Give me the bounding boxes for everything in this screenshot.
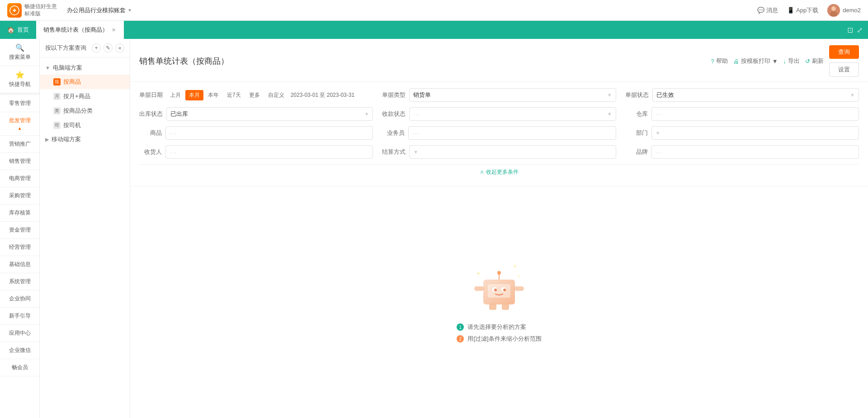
filter-label-payment: 结算方式 [382,148,406,156]
dots-icon: ··· [170,149,177,156]
query-button[interactable]: 查询 [829,45,859,59]
sidebar-item-retail[interactable]: 零售管理 [0,95,39,112]
filter-field-date: 单据日期 上月 本月 本年 近7天 更多 自定义 2023-03-01 至 20… [139,88,373,102]
sidebar-item-app-center[interactable]: 应用中心 [0,325,39,342]
page-title-actions: ? 帮助 🖨 按模板打印 ▼ ↓ 导出 ↺ 刷新 [711,45,859,77]
brand-select[interactable]: ··· [651,145,859,159]
chevron-down-icon: ▼ [607,92,612,98]
collapse-panel-button[interactable]: « [115,43,124,52]
date-tab-current-year[interactable]: 本年 [204,90,222,100]
product-select[interactable]: ··· [165,126,373,140]
empty-text-list: 1 请先选择要分析的方案 2 用[过滤]条件来缩小分析范围 [457,323,541,343]
sidebar-item-operations[interactable]: 经营管理 [0,239,39,256]
help-button[interactable]: ? 帮助 [711,57,727,65]
filter-label-collect-status: 收款状态 [382,110,406,118]
filter-field-product: 商品 ··· [139,126,373,140]
date-tab-custom[interactable]: 自定义 [264,90,288,100]
app-download-button[interactable]: 📱 App下载 [787,6,818,14]
chevron-down-icon: ▼ [850,92,855,98]
tab-maximize-button[interactable]: ⤢ [857,26,863,34]
page-title-bar: 销售单统计表（按商品） ? 帮助 🖨 按模板打印 ▼ ↓ 导出 [130,39,868,82]
date-tab-last-month[interactable]: 上月 [166,90,184,100]
warehouse-select[interactable]: ··· [651,107,859,121]
sidebar-item-inventory[interactable]: 库存核算 [0,204,39,222]
main-layout: 🔍 搜索菜单 ⭐ 快捷导航 零售管理 批发管理 ▲ 营销推广 销售管理 电商管理… [0,39,868,418]
tab-home[interactable]: 🏠 首页 [0,21,36,39]
payment-method-select[interactable]: ▼ [409,145,616,159]
tab-minimize-button[interactable]: ⊡ [847,26,853,34]
date-filter-control: 上月 本月 本年 近7天 更多 自定义 2023-03-01 至 2023-03… [166,90,373,100]
department-select[interactable]: ▼ [651,126,859,140]
doc-type-select[interactable]: 销货单 ▼ [409,88,616,102]
date-tab-current-month[interactable]: 本月 [185,90,203,100]
filter-field-doc-status: 单据状态 已生效 ▼ [625,88,859,102]
empty-tip-2: 2 用[过滤]条件来缩小分析范围 [457,335,541,343]
filter-row-1: 单据日期 上月 本月 本年 近7天 更多 自定义 2023-03-01 至 20… [139,88,859,102]
page-title: 销售单统计表（按商品） [139,56,229,66]
sidebar-item-marketing[interactable]: 营销推广 [0,136,39,153]
sidebar-item-system[interactable]: 系统管理 [0,273,39,290]
date-tab-more[interactable]: 更多 [245,90,264,100]
print-button[interactable]: 🖨 按模板打印 ▼ [733,57,778,65]
refresh-button[interactable]: ↺ 刷新 [805,57,824,65]
tree-item-by-month-product[interactable]: 月 按月+商品 [40,89,130,104]
collect-status-select[interactable]: ··· ▼ [409,107,616,121]
sidebar-item-sales[interactable]: 销售管理 [0,153,39,170]
settings-button[interactable]: 设置 [829,62,859,77]
message-button[interactable]: 💬 消息 [757,6,778,14]
dots-icon: ··· [412,130,420,137]
user-avatar-button[interactable]: demo2 [827,4,861,17]
chevron-down-icon: ▼ [127,8,132,13]
doc-status-select[interactable]: 已生效 ▼ [652,88,859,102]
action-btns-right: 查询 设置 [829,45,859,77]
out-status-select[interactable]: 已出库 ▼ [166,107,373,121]
sidebar-item-ecommerce[interactable]: 电商管理 [0,170,39,187]
date-tab-last7days[interactable]: 近7天 [223,90,245,100]
bullet-2: 2 [457,335,464,342]
tree-group-pc-header[interactable]: ▼ 电脑端方案 [40,61,130,75]
export-button[interactable]: ↓ 导出 [783,57,800,65]
receiver-select[interactable]: ··· [165,145,373,159]
out-status-value: 已出库 [170,110,188,118]
tree-item-by-product-category[interactable]: 类 按商品分类 [40,104,130,118]
tab-report[interactable]: 销售单统计表（按商品） ✕ [36,21,124,39]
date-tabs: 上月 本月 本年 近7天 更多 自定义 [166,90,288,100]
dots-icon: ··· [170,130,177,137]
chevron-down-icon: ▼ [45,65,50,71]
empty-illustration: ✦ ✦ ✦ [472,261,526,316]
svg-rect-14 [489,304,496,310]
tree-item-by-cashier[interactable]: 司 按司机 [40,118,130,133]
filter-field-brand: 品牌 ··· [625,145,859,159]
sidebar-item-wechat[interactable]: 企业微信 [0,342,39,359]
sidebar-item-guide[interactable]: 新手引导 [0,308,39,325]
salesperson-select[interactable]: ··· [408,126,616,140]
sidebar-item-wholesale[interactable]: 批发管理 ▲ [0,112,39,136]
filter-label-date: 单据日期 [139,91,163,99]
collapse-conditions-button[interactable]: ∧ 收起更多条件 [139,164,859,180]
home-icon: 🏠 [7,27,14,33]
filter-conditions: 单据日期 上月 本月 本年 近7天 更多 自定义 2023-03-01 至 20… [130,82,868,186]
filter-row-3: 商品 ··· 业务员 ··· 部门 ▼ [139,126,859,140]
sidebar-item-purchase[interactable]: 采购管理 [0,187,39,204]
sidebar-item-vip[interactable]: 畅会员 [0,359,39,376]
filter-label-out-status: 出库状态 [139,110,163,118]
edit-scheme-button[interactable]: ✎ [104,43,113,52]
chevron-down-icon: ▼ [413,149,418,155]
filter-field-department: 部门 ▼ [625,126,859,140]
tab-close-icon[interactable]: ✕ [111,27,117,33]
add-scheme-button[interactable]: + [92,43,101,52]
sidebar-item-enterprise[interactable]: 企业协同 [0,290,39,308]
sidebar-item-quick-nav[interactable]: ⭐ 快捷导航 [0,66,39,93]
chevron-down-icon: ▼ [364,111,369,117]
tree-group-mobile-header[interactable]: ▶ 移动端方案 [40,133,130,146]
tree-item-by-product[interactable]: 按 按商品 [40,75,130,89]
svg-rect-10 [474,286,484,291]
svg-rect-11 [514,286,524,291]
sidebar-item-search[interactable]: 🔍 搜索菜单 [0,39,39,66]
sidebar-item-finance[interactable]: 资金管理 [0,222,39,239]
enterprise-selector[interactable]: 办公用品行业模拟账套 ▼ [67,6,132,14]
filter-row-4: 收货人 ··· 结算方式 ▼ 品牌 ··· [139,145,859,159]
sidebar-item-basic[interactable]: 基础信息 [0,256,39,273]
filter-label-department: 部门 [625,129,648,137]
bullet-1: 1 [457,323,464,331]
